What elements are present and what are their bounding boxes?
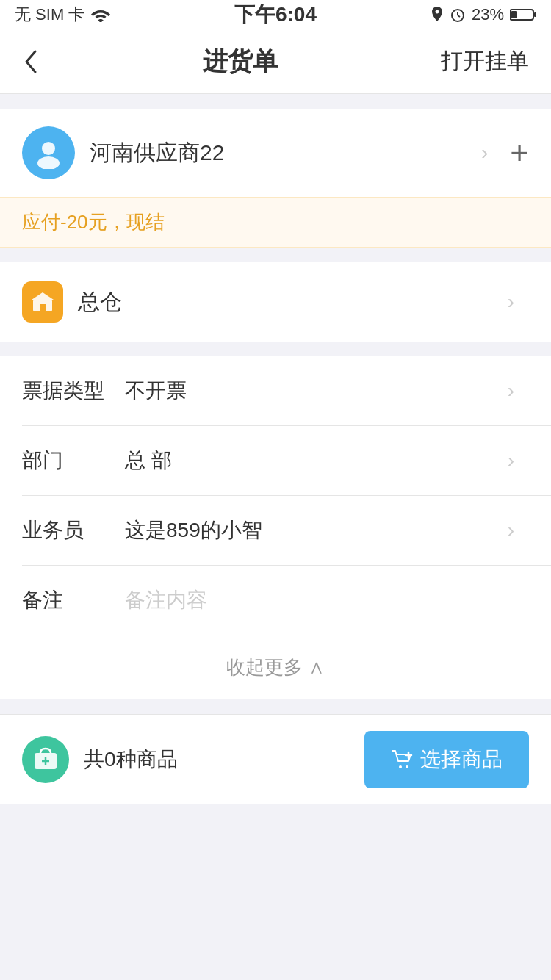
warehouse-section: 总仓 › xyxy=(0,262,551,342)
collapse-row[interactable]: 收起更多 ∧ xyxy=(0,635,551,699)
add-supplier-button[interactable]: + xyxy=(510,134,529,171)
form-section: 票据类型 不开票 › 部门 总 部 › 业务员 这是859的小智 › 备注 备注… xyxy=(0,356,551,699)
status-left: 无 SIM 卡 xyxy=(15,4,111,26)
warehouse-icon xyxy=(22,281,63,323)
gray-background xyxy=(0,804,551,980)
alarm-icon xyxy=(450,7,466,23)
cart-icon xyxy=(391,749,413,770)
department-chevron-icon: › xyxy=(508,449,514,472)
divider-2 xyxy=(0,248,551,262)
product-icon xyxy=(22,736,69,783)
remark-input[interactable]: 备注内容 xyxy=(125,586,529,614)
invoice-type-chevron-icon: › xyxy=(508,379,514,403)
page-title: 进货单 xyxy=(203,45,278,79)
back-button[interactable] xyxy=(22,47,40,76)
nav-bar: 进货单 打开挂单 xyxy=(0,29,551,94)
svg-point-14 xyxy=(399,765,402,768)
department-value: 总 部 xyxy=(125,447,508,475)
svg-point-7 xyxy=(37,156,60,169)
product-count-label: 共0种商品 xyxy=(84,746,350,774)
warehouse-chevron-icon: › xyxy=(508,290,514,314)
bottom-bar: 共0种商品 选择商品 xyxy=(0,714,551,804)
svg-rect-5 xyxy=(511,11,517,18)
svg-line-2 xyxy=(458,15,460,17)
department-row[interactable]: 部门 总 部 › xyxy=(0,426,551,495)
salesperson-row[interactable]: 业务员 这是859的小智 › xyxy=(0,496,551,565)
svg-point-15 xyxy=(406,765,408,768)
select-product-button[interactable]: 选择商品 xyxy=(364,731,529,788)
divider-top xyxy=(0,94,551,109)
svg-marker-9 xyxy=(32,292,54,300)
salesperson-label: 业务员 xyxy=(22,516,110,544)
collapse-label: 收起更多 ∧ xyxy=(226,655,324,680)
supplier-row[interactable]: 河南供应商22 › + xyxy=(0,109,551,197)
wifi-icon xyxy=(90,7,111,22)
status-time: 下午6:04 xyxy=(234,1,317,29)
location-icon xyxy=(431,7,444,23)
select-product-label: 选择商品 xyxy=(420,746,503,774)
remark-row[interactable]: 备注 备注内容 xyxy=(0,566,551,635)
signal-text: 无 SIM 卡 xyxy=(15,4,84,26)
svg-point-6 xyxy=(42,142,55,155)
svg-rect-4 xyxy=(534,12,536,17)
divider-4 xyxy=(0,699,551,714)
salesperson-chevron-icon: › xyxy=(508,519,514,542)
supplier-name: 河南供应商22 xyxy=(90,138,481,168)
supplier-avatar xyxy=(22,126,75,179)
battery-icon xyxy=(510,8,536,21)
salesperson-value: 这是859的小智 xyxy=(125,516,508,544)
status-bar: 无 SIM 卡 下午6:04 23% xyxy=(0,0,551,29)
department-label: 部门 xyxy=(22,447,110,475)
supplier-chevron-icon: › xyxy=(481,141,488,165)
supplier-notice: 应付-20元，现结 xyxy=(0,197,551,248)
warehouse-name: 总仓 xyxy=(78,287,508,317)
warehouse-row[interactable]: 总仓 › xyxy=(0,262,551,342)
svg-rect-10 xyxy=(40,304,46,311)
divider-3 xyxy=(0,342,551,356)
invoice-type-value: 不开票 xyxy=(125,377,508,405)
open-pending-button[interactable]: 打开挂单 xyxy=(441,46,529,76)
supplier-section: 河南供应商22 › + 应付-20元，现结 xyxy=(0,109,551,248)
invoice-type-row[interactable]: 票据类型 不开票 › xyxy=(0,356,551,425)
status-right: 23% xyxy=(431,5,536,24)
remark-label: 备注 xyxy=(22,586,110,614)
battery-text: 23% xyxy=(472,5,504,24)
invoice-type-label: 票据类型 xyxy=(22,377,110,405)
